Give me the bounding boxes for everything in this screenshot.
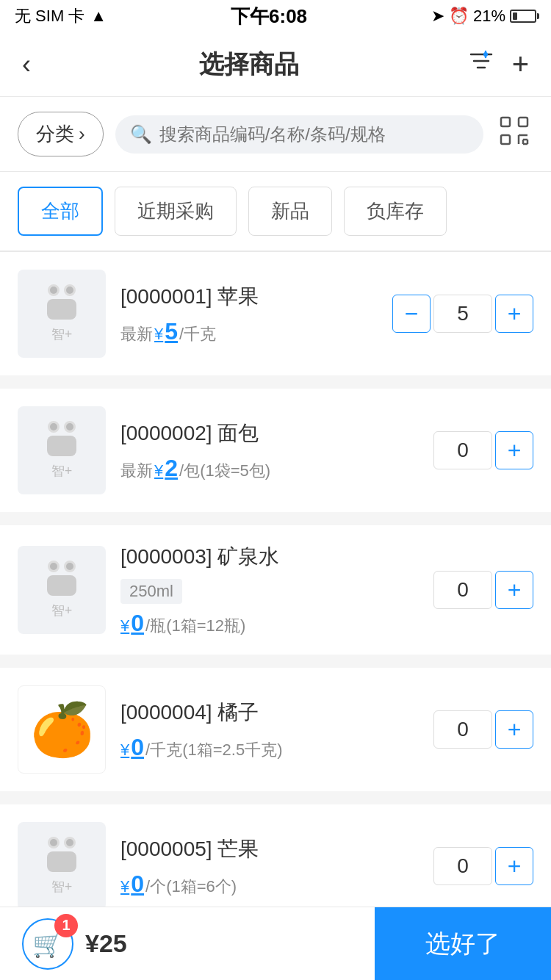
page-title: 选择商品 xyxy=(199,48,299,82)
product-item: 智+ [0000001] 苹果 最新 ¥ 5 /千克 − + xyxy=(0,252,551,375)
status-bar: 无 SIM 卡 ▲ 下午6:08 ➤ ⏰ 21% xyxy=(0,0,551,32)
nav-bar: ‹ 选择商品 + xyxy=(0,32,551,97)
quantity-input[interactable] xyxy=(433,431,492,469)
tab-new[interactable]: 新品 xyxy=(248,187,332,236)
product-price: 最新 ¥ 5 /千克 xyxy=(120,318,378,345)
product-name: [0000005] 芒果 xyxy=(120,835,419,863)
back-button[interactable]: ‹ xyxy=(22,49,31,80)
product-spec: 250ml xyxy=(120,579,182,604)
placeholder-logo: 智+ xyxy=(47,421,76,480)
product-info: [0000005] 芒果 ¥ 0 /个(1箱=6个) xyxy=(120,835,419,898)
product-name: [0000001] 苹果 xyxy=(120,283,378,311)
product-price: ¥ 0 /瓶(1箱=12瓶) xyxy=(120,610,419,637)
quantity-control: + xyxy=(433,431,533,469)
product-name: [0000003] 矿泉水 xyxy=(120,543,419,571)
tab-all[interactable]: 全部 xyxy=(18,187,103,236)
search-icon: 🔍 xyxy=(130,124,152,145)
quantity-control: + xyxy=(433,571,533,609)
add-button[interactable]: + xyxy=(512,48,529,81)
filter-bar: 分类 › 🔍 xyxy=(0,97,551,172)
tab-recent[interactable]: 近期采购 xyxy=(115,187,237,236)
product-image: 智+ xyxy=(18,270,106,358)
chevron-right-icon: › xyxy=(79,123,85,145)
product-info: [0000002] 面包 最新 ¥ 2 /包(1袋=5包) xyxy=(120,419,419,482)
quantity-control: + xyxy=(433,710,533,749)
category-button[interactable]: 分类 › xyxy=(18,112,104,156)
search-box: 🔍 xyxy=(115,115,483,154)
alarm-icon: ⏰ xyxy=(449,7,469,26)
status-time: 下午6:08 xyxy=(231,4,307,29)
status-carrier: 无 SIM 卡 ▲ xyxy=(15,5,107,27)
product-item: 智+ [0000003] 矿泉水 250ml ¥ 0 /瓶(1箱=12瓶) + xyxy=(0,525,551,655)
cart-total: ¥25 xyxy=(85,929,127,958)
product-price: ¥ 0 /个(1箱=6个) xyxy=(120,871,419,898)
orange-emoji: 🍊 xyxy=(30,704,94,755)
cart-button[interactable]: 🛒 1 xyxy=(22,918,73,970)
increment-button[interactable]: + xyxy=(495,571,533,609)
decrement-button[interactable]: − xyxy=(392,295,431,333)
product-image: 智+ xyxy=(18,406,106,494)
tab-bar: 全部 近期采购 新品 负库存 xyxy=(0,172,551,252)
increment-button[interactable]: + xyxy=(495,295,533,333)
cart-badge: 1 xyxy=(54,914,78,937)
svg-rect-5 xyxy=(501,118,510,126)
nav-left: ‹ xyxy=(22,49,31,80)
product-info: [0000003] 矿泉水 250ml ¥ 0 /瓶(1箱=12瓶) xyxy=(120,543,419,637)
placeholder-logo: 智+ xyxy=(47,284,76,343)
wifi-icon: ▲ xyxy=(90,7,107,26)
increment-button[interactable]: + xyxy=(495,431,533,469)
bottom-bar: 🛒 1 ¥25 选好了 xyxy=(0,907,551,980)
product-item: 🍊 [0000004] 橘子 ¥ 0 /千克(1箱=2.5千克) + xyxy=(0,668,551,791)
svg-point-4 xyxy=(483,52,488,57)
status-right: ➤ ⏰ 21% xyxy=(431,7,536,26)
quantity-control: + xyxy=(433,847,533,885)
product-list: 智+ [0000001] 苹果 最新 ¥ 5 /千克 − + 智+ xyxy=(0,252,551,980)
confirm-button[interactable]: 选好了 xyxy=(375,907,551,980)
product-info: [0000004] 橘子 ¥ 0 /千克(1箱=2.5千克) xyxy=(120,699,419,761)
location-icon: ➤ xyxy=(431,7,444,26)
product-price: ¥ 0 /千克(1箱=2.5千克) xyxy=(120,734,419,761)
product-info: [0000001] 苹果 最新 ¥ 5 /千克 xyxy=(120,283,378,345)
product-name: [0000004] 橘子 xyxy=(120,699,419,727)
quantity-control: − + xyxy=(392,295,533,333)
product-price: 最新 ¥ 2 /包(1袋=5包) xyxy=(120,455,419,482)
battery-icon xyxy=(510,10,536,23)
svg-rect-6 xyxy=(519,118,527,126)
product-item: 智+ [0000002] 面包 最新 ¥ 2 /包(1袋=5包) + xyxy=(0,389,551,512)
nav-right: + xyxy=(468,48,529,81)
product-name: [0000002] 面包 xyxy=(120,419,419,447)
category-label: 分类 xyxy=(36,121,74,147)
quantity-input[interactable] xyxy=(433,710,492,749)
product-image: 智+ xyxy=(18,822,106,910)
filter-icon[interactable] xyxy=(468,48,494,81)
placeholder-logo: 智+ xyxy=(47,837,76,896)
increment-button[interactable]: + xyxy=(495,847,533,885)
tab-negative[interactable]: 负库存 xyxy=(344,187,447,236)
scan-icon[interactable] xyxy=(495,112,533,156)
placeholder-logo: 智+ xyxy=(47,561,76,619)
quantity-input[interactable] xyxy=(433,571,492,609)
search-input[interactable] xyxy=(159,124,469,145)
quantity-input[interactable] xyxy=(433,847,492,885)
svg-rect-7 xyxy=(501,135,510,144)
cart-section: 🛒 1 ¥25 xyxy=(0,918,375,970)
product-image-orange: 🍊 xyxy=(18,685,106,774)
increment-button[interactable]: + xyxy=(495,710,533,749)
product-image: 智+ xyxy=(18,546,106,634)
quantity-input[interactable] xyxy=(433,295,492,333)
